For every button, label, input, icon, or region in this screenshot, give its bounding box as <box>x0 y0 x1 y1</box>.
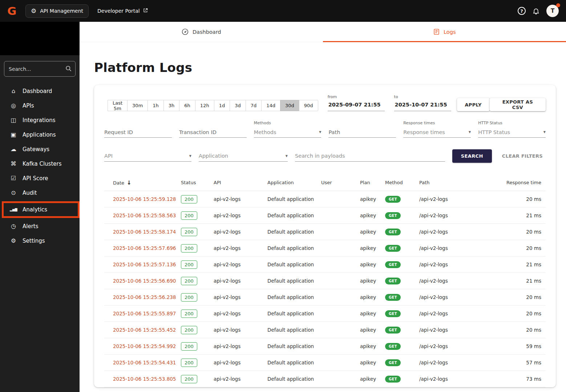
export-csv-button[interactable]: EXPORT AS CSV <box>490 98 546 111</box>
range-30d[interactable]: 30d <box>280 100 299 111</box>
range-1h[interactable]: 1h <box>147 100 164 111</box>
from-date-input[interactable]: 2025-09-07 21:55 <box>328 102 385 111</box>
log-row[interactable]: 2025-10-06 15:25:54.431 200 api-v2-logs … <box>104 355 546 371</box>
view-tabs: Dashboard Logs <box>80 22 566 42</box>
clear-filters-button[interactable]: CLEAR FILTERS <box>499 153 546 159</box>
sidebar-item-apis[interactable]: ◎ APIs <box>0 98 80 113</box>
search-button[interactable]: SEARCH <box>452 149 492 163</box>
developer-portal-label: Developer Portal <box>97 8 140 14</box>
range-6h[interactable]: 6h <box>179 100 195 111</box>
log-api: api-v2-logs <box>214 245 267 251</box>
tab-dashboard[interactable]: Dashboard <box>80 22 323 42</box>
sidebar-item-applications[interactable]: ▣ Applications <box>0 128 80 142</box>
sort-desc-icon: ↓ <box>127 179 132 186</box>
apis-icon: ◎ <box>10 103 17 109</box>
table-body: 2025-10-06 15:25:59.128 200 api-v2-logs … <box>104 191 546 387</box>
sidebar-item-analytics[interactable]: ▂▅▇ Analytics <box>2 201 80 218</box>
log-date-link[interactable]: 2025-10-06 15:25:54.431 <box>113 360 176 365</box>
app-switcher-button[interactable]: ⚙ API Management <box>25 4 89 18</box>
sidebar-item-alerts[interactable]: ◷ Alerts <box>0 219 80 234</box>
log-path: /api-v2-logs <box>419 196 506 202</box>
method-badge: GET <box>385 212 401 219</box>
path-input[interactable] <box>328 127 396 138</box>
log-date-link[interactable]: 2025-10-06 15:25:55.897 <box>113 311 176 316</box>
range-14d[interactable]: 14d <box>261 100 280 111</box>
table-header: Date↓ Status API Application User Plan M… <box>104 174 546 191</box>
log-row[interactable]: 2025-10-06 15:25:58.174 200 api-v2-logs … <box>104 224 546 240</box>
range-1d[interactable]: 1d <box>214 100 230 111</box>
user-avatar[interactable]: T <box>546 5 559 17</box>
response-times-select[interactable]: Response times ▼ <box>403 127 471 138</box>
log-path: /api-v2-logs <box>419 360 506 365</box>
apply-button[interactable]: APPLY <box>457 98 490 111</box>
log-application: Default application <box>267 213 321 218</box>
notifications-bell-icon[interactable] <box>532 7 540 15</box>
range-3h[interactable]: 3h <box>163 100 180 111</box>
methods-select[interactable]: Methods ▼ <box>254 127 322 138</box>
log-date-link[interactable]: 2025-10-06 15:25:56.238 <box>113 294 176 300</box>
column-date[interactable]: Date↓ <box>104 179 181 186</box>
sidebar-item-kafka-clusters[interactable]: ⌘ Kafka Clusters <box>0 157 80 171</box>
sidebar-item-label: Settings <box>23 238 45 244</box>
status-badge: 200 <box>181 310 197 318</box>
log-plan: apikey <box>360 196 385 202</box>
topbar: G ⚙ API Management Developer Portal ? T <box>0 0 566 22</box>
application-select[interactable]: Application ▼ <box>199 151 288 162</box>
log-row[interactable]: 2025-10-06 15:25:58.563 200 api-v2-logs … <box>104 207 546 224</box>
range-last-5m[interactable]: Last 5m <box>108 100 128 111</box>
range-90d[interactable]: 90d <box>299 100 318 111</box>
log-date-link[interactable]: 2025-10-06 15:25:54.992 <box>113 343 176 349</box>
log-response-time: 20 ms <box>506 294 546 300</box>
to-label: to <box>394 94 451 99</box>
log-path: /api-v2-logs <box>419 229 506 235</box>
log-plan: apikey <box>360 311 385 316</box>
log-date-link[interactable]: 2025-10-06 15:25:58.563 <box>113 213 176 218</box>
log-date-link[interactable]: 2025-10-06 15:25:57.136 <box>113 262 176 267</box>
log-application: Default application <box>267 343 321 349</box>
log-date-link[interactable]: 2025-10-06 15:25:59.128 <box>113 196 176 202</box>
api-select[interactable]: API ▼ <box>104 151 191 162</box>
http-status-select[interactable]: HTTP Status ▼ <box>478 127 546 138</box>
request-id-input[interactable] <box>104 127 172 138</box>
log-row[interactable]: 2025-10-06 15:25:55.897 200 api-v2-logs … <box>104 306 546 322</box>
sidebar-item-settings[interactable]: ⚙ Settings <box>0 234 80 248</box>
sidebar-item-audit[interactable]: ⊙ Audit <box>0 186 80 200</box>
log-row[interactable]: 2025-10-06 15:25:57.136 200 api-v2-logs … <box>104 256 546 273</box>
response-times-field: Response times Response times ▼ <box>403 121 471 138</box>
log-date-link[interactable]: 2025-10-06 15:25:55.452 <box>113 327 176 333</box>
help-icon[interactable]: ? <box>518 7 526 15</box>
sidebar-item-dashboard[interactable]: ⌂ Dashboard <box>0 84 80 98</box>
log-row[interactable]: 2025-10-06 15:25:57.696 200 api-v2-logs … <box>104 240 546 256</box>
sidebar-item-label: Integrations <box>23 117 55 124</box>
to-date-input[interactable]: 2025-10-07 21:55 <box>394 102 451 111</box>
status-badge: 200 <box>181 211 197 220</box>
log-row[interactable]: 2025-10-06 15:25:56.690 200 api-v2-logs … <box>104 273 546 289</box>
log-date-link[interactable]: 2025-10-06 15:25:57.696 <box>113 245 176 251</box>
sidebar-item-integrations[interactable]: ◫ Integrations <box>0 113 80 128</box>
search-input[interactable] <box>4 61 76 77</box>
home-icon: ⌂ <box>10 88 17 94</box>
log-row[interactable]: 2025-10-06 15:25:56.238 200 api-v2-logs … <box>104 289 546 306</box>
log-application: Default application <box>267 311 321 316</box>
range-12h[interactable]: 12h <box>195 100 214 111</box>
range-30m[interactable]: 30m <box>127 100 148 111</box>
logs-icon <box>433 28 440 35</box>
log-date-link[interactable]: 2025-10-06 15:25:56.690 <box>113 278 176 284</box>
analytics-icon: ▂▅▇ <box>10 208 17 211</box>
sidebar-item-api-score[interactable]: ☑ API Score <box>0 171 80 186</box>
log-row[interactable]: 2025-10-06 15:25:54.992 200 api-v2-logs … <box>104 338 546 355</box>
sidebar-item-gateways[interactable]: ☁ Gateways <box>0 142 80 157</box>
range-3d[interactable]: 3d <box>230 100 246 111</box>
log-row[interactable]: 2025-10-06 15:25:53.805 200 api-v2-logs … <box>104 371 546 387</box>
log-row[interactable]: 2025-10-06 15:25:59.128 200 api-v2-logs … <box>104 191 546 207</box>
sidebar-item-label: APIs <box>23 102 34 109</box>
log-date-link[interactable]: 2025-10-06 15:25:53.805 <box>113 376 176 382</box>
log-date-link[interactable]: 2025-10-06 15:25:58.174 <box>113 229 176 235</box>
log-row[interactable]: 2025-10-06 15:25:55.452 200 api-v2-logs … <box>104 322 546 338</box>
payloads-search-input[interactable] <box>295 151 445 162</box>
transaction-id-input[interactable] <box>179 127 247 138</box>
developer-portal-link[interactable]: Developer Portal <box>97 8 148 14</box>
range-7d[interactable]: 7d <box>246 100 262 111</box>
gravitee-logo[interactable]: G <box>7 5 19 17</box>
tab-logs[interactable]: Logs <box>323 22 566 42</box>
